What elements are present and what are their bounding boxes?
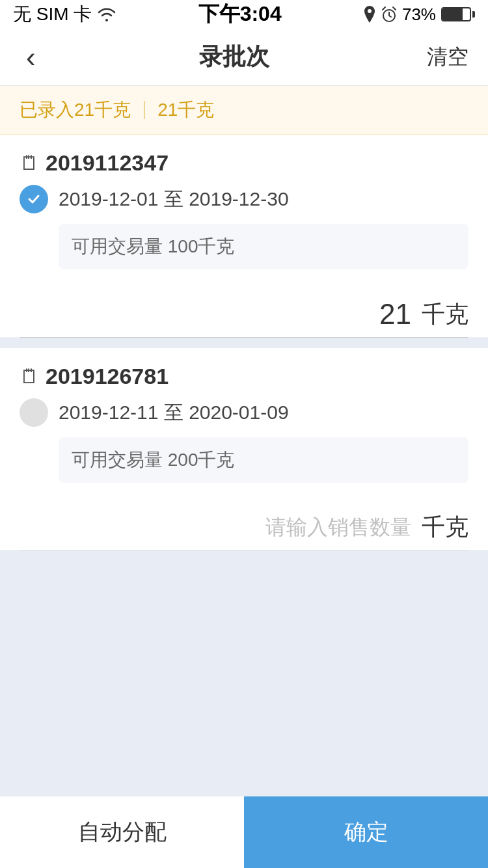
batch2-input-row[interactable]: 请输入销售数量 千克 <box>0 498 488 550</box>
batch1-check[interactable] <box>20 185 48 213</box>
banner-divider <box>144 101 144 119</box>
batch1-quantity-row: 21 千克 <box>0 285 488 337</box>
status-carrier: 无 SIM 卡 <box>13 2 116 27</box>
batch2-id: 2019126781 <box>46 364 169 389</box>
back-button[interactable]: ‹ <box>20 34 42 80</box>
batch2-card: 🗒 2019126781 2019-12-11 至 2020-01-09 可用交… <box>0 348 488 498</box>
battery-indicator <box>441 7 475 21</box>
bottom-bar: 自动分配 确定 <box>0 796 488 868</box>
batch1-doc-icon: 🗒 <box>20 152 39 174</box>
batch1-availability: 可用交易量 100千克 <box>59 224 468 269</box>
confirm-button[interactable]: 确定 <box>244 796 488 868</box>
clear-button[interactable]: 清空 <box>427 43 468 72</box>
content-area: 已录入21千克 21千克 🗒 2019112347 2019-12-01 至 2… <box>0 86 488 868</box>
batch1-date-row[interactable]: 2019-12-01 至 2019-12-30 <box>20 185 468 213</box>
batch2-check[interactable] <box>20 398 48 427</box>
batch2-id-row: 🗒 2019126781 <box>20 364 468 389</box>
carrier-text: 无 SIM 卡 <box>13 2 92 27</box>
wifi-icon <box>97 7 116 21</box>
batch2-date-row[interactable]: 2019-12-11 至 2020-01-09 <box>20 398 468 427</box>
status-right: 73% <box>363 5 475 25</box>
batch2-availability: 可用交易量 200千克 <box>59 437 468 483</box>
auto-distribute-button[interactable]: 自动分配 <box>0 796 244 868</box>
battery-percent: 73% <box>402 5 436 25</box>
recorded-label: 已录入21千克 <box>20 98 131 122</box>
batch2-date: 2019-12-11 至 2020-01-09 <box>59 400 289 426</box>
batch1-quantity-unit: 千克 <box>422 299 468 331</box>
batch1-card: 🗒 2019112347 2019-12-01 至 2019-12-30 可用交… <box>0 135 488 285</box>
status-bar: 无 SIM 卡 下午3:04 73% <box>0 0 488 29</box>
section-separator-1 <box>0 338 488 348</box>
batch1-date: 2019-12-01 至 2019-12-30 <box>59 186 289 213</box>
info-banner: 已录入21千克 21千克 <box>0 86 488 135</box>
location-icon <box>363 6 376 23</box>
batch1-quantity-value[interactable]: 21 <box>333 298 411 331</box>
batch1-id: 2019112347 <box>46 150 169 176</box>
batch1-id-row: 🗒 2019112347 <box>20 150 468 176</box>
batch2-input-placeholder: 请输入销售数量 <box>265 513 411 542</box>
page-title: 录批次 <box>199 41 269 73</box>
batch2-input-unit: 千克 <box>422 511 468 543</box>
nav-bar: ‹ 录批次 清空 <box>0 29 488 86</box>
recorded-value: 21千克 <box>157 98 214 122</box>
status-time: 下午3:04 <box>198 0 282 29</box>
batch2-doc-icon: 🗒 <box>20 366 39 388</box>
alarm-icon <box>381 6 397 23</box>
